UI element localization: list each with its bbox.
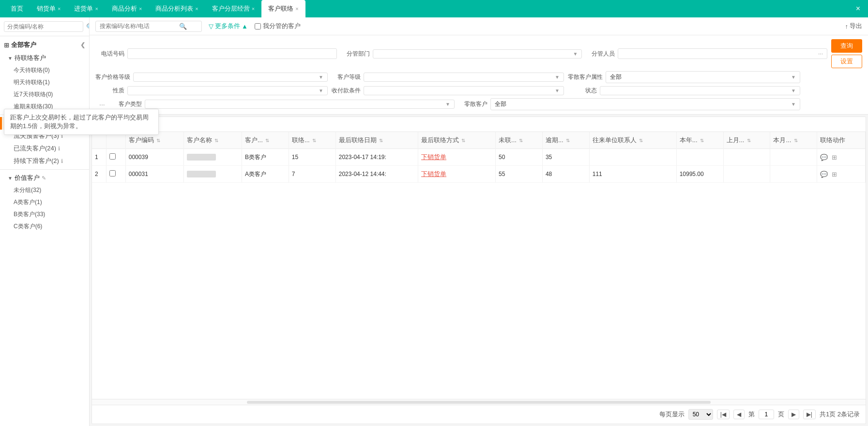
nav-close-customer-seg[interactable]: × [252, 6, 255, 12]
tree-item-a-class[interactable]: A类客户(1) [0, 196, 89, 208]
page-number-input[interactable] [759, 410, 774, 419]
nav-item-customer-seg[interactable]: 客户分层经营 × [205, 0, 261, 17]
nav-item-purchase[interactable]: 进货单 × [67, 0, 105, 17]
filter-select-customer-type[interactable]: ▼ [145, 100, 455, 109]
filter-select-retail-customer[interactable]: 全部 ▼ [490, 98, 800, 110]
col-type[interactable]: 客户... ⇅ [242, 132, 289, 149]
nav-close-analysis[interactable]: × [139, 6, 142, 12]
tree-item-churned[interactable]: 已流失客户(24) ℹ [0, 142, 89, 155]
filter-label-dept: 分管部门 [341, 50, 370, 58]
col-last-contact-method[interactable]: 最后联络方式 ⇅ [418, 132, 496, 149]
edit-icon[interactable]: ✎ [42, 175, 46, 181]
sort-icon-name: ⇅ [214, 138, 218, 143]
nav-item-analysis-list[interactable]: 商品分析列表 × [149, 0, 205, 17]
filter-field-status: 状态 ▼ [568, 86, 800, 95]
col-this-year[interactable]: 本年... ⇅ [676, 132, 723, 149]
row2-method-link[interactable]: 下销货单 [421, 170, 446, 177]
info-icon-3: ℹ [61, 158, 63, 164]
chevron-down-retail-customer: ▼ [791, 102, 796, 107]
row2-chat-icon[interactable]: 💬 [820, 171, 828, 178]
tree-item-declining[interactable]: 持续下滑客户(2) ℹ [0, 155, 89, 167]
row1-this-month [770, 149, 817, 166]
filter-select-status[interactable]: ▼ [600, 86, 800, 95]
tree-item-today[interactable]: 今天待联络(0) [0, 64, 89, 76]
filter-more-btn[interactable]: ▽ 更多条件 ▲ [206, 20, 251, 32]
col-name[interactable]: 客户名称 ⇅ [183, 132, 242, 149]
horizontal-scrollbar[interactable] [92, 399, 866, 405]
col-uncontacted[interactable]: 未联... ⇅ [496, 132, 543, 149]
filter-search-input[interactable] [100, 23, 177, 29]
nav-item-home[interactable]: 首页 [4, 0, 30, 17]
sidebar-search-area: 🔍 [0, 17, 89, 36]
row1-chat-icon[interactable]: 💬 [820, 154, 828, 161]
sort-icon-type: ⇅ [265, 138, 269, 143]
page-prev-btn[interactable]: ◀ [733, 410, 745, 419]
nav-close-customer-contact[interactable]: × [295, 6, 298, 12]
page-next-btn[interactable]: ▶ [788, 410, 799, 419]
row1-more-icon[interactable]: ⊞ [832, 154, 837, 161]
col-company-contact[interactable]: 往来单位联系人 ⇅ [589, 132, 676, 149]
filter-select-dept[interactable]: ▼ [373, 49, 582, 59]
tree-item-c-class[interactable]: C类客户(6) [0, 220, 89, 233]
sidebar-all-customers[interactable]: ⊞ 全部客户 ❮ [0, 38, 89, 52]
row2-last-method[interactable]: 下销货单 [418, 166, 496, 183]
nav-item-sales[interactable]: 销货单 × [30, 0, 67, 17]
row2-more-icon[interactable]: ⊞ [832, 171, 837, 178]
nav-close-analysis-list[interactable]: × [195, 6, 198, 12]
col-this-month[interactable]: 本月... ⇅ [770, 132, 817, 149]
filter-field-person: 分管人员 ··· [586, 48, 827, 59]
row1-overdue: 35 [542, 149, 589, 166]
nav-close-sales[interactable]: × [58, 6, 61, 12]
settings-btn[interactable]: 设置 [831, 55, 862, 68]
col-last-contact-date[interactable]: 最后联络日期 ⇅ [335, 132, 418, 149]
row1-last-method[interactable]: 下销货单 [418, 149, 496, 166]
filter-select-price-level[interactable]: ▼ [133, 73, 328, 82]
filter-input-phone[interactable] [127, 48, 337, 59]
nav-close-purchase[interactable]: × [95, 6, 98, 12]
filter-row-3: 性质 ▼ 收付款条件 ▼ 状态 [95, 86, 862, 95]
tree-item-7days[interactable]: 近7天待联络(0) [0, 88, 89, 101]
sidebar-collapse-btn[interactable]: ❮ [80, 42, 85, 48]
tree-group-value-header[interactable]: ▼ 价值客户 ✎ [0, 172, 89, 184]
page-last-btn[interactable]: ▶| [803, 410, 816, 419]
tree-item-b-class[interactable]: B类客户(33) [0, 208, 89, 220]
nav-item-customer-contact[interactable]: 客户联络 × [261, 0, 305, 17]
sidebar-search-input[interactable] [4, 21, 83, 32]
filter-select-customer-level[interactable]: ▼ [364, 73, 564, 82]
export-icon: ↑ [845, 23, 849, 30]
col-overdue[interactable]: 逾期... ⇅ [542, 132, 589, 149]
filter-ellipsis[interactable]: ··· [95, 101, 109, 108]
filter-select-person[interactable]: ··· [618, 48, 827, 59]
row1-name [183, 149, 242, 166]
row1-method-link[interactable]: 下销货单 [421, 153, 446, 161]
sort-icon-uncontacted: ⇅ [519, 138, 523, 143]
col-contact[interactable]: 联络... ⇅ [289, 132, 335, 149]
tree-item-ungroup[interactable]: 未分组(32) [0, 184, 89, 196]
my-customers-filter[interactable]: 我分管的客户 [255, 22, 301, 30]
filter-select-retail-attr[interactable]: 全部 ▼ [606, 71, 800, 83]
scrollbar-thumb [247, 401, 711, 404]
table-row: 1 000039 B类客户 15 2023-04-17 14:19: 下销货单 [92, 149, 866, 166]
sidebar-search-icon[interactable]: 🔍 [86, 23, 90, 30]
query-btn[interactable]: 查询 [831, 39, 862, 53]
row1-last-month [723, 149, 770, 166]
chevron-down-nature: ▼ [319, 88, 323, 93]
filter-label-retail-customer: 零散客户 [458, 100, 487, 108]
row1-checkbox[interactable] [109, 153, 116, 160]
filter-select-nature[interactable]: ▼ [127, 86, 328, 95]
page-first-btn[interactable]: |◀ [717, 410, 730, 419]
filter-row-4: ··· 客户类型 ▼ 零散客户 全部 ▼ [95, 98, 862, 110]
col-last-month[interactable]: 上月... ⇅ [723, 132, 770, 149]
window-close-btn[interactable]: × [852, 4, 864, 13]
nav-item-analysis[interactable]: 商品分析 × [105, 0, 149, 17]
chevron-down-level: ▼ [555, 74, 560, 80]
my-customers-checkbox[interactable] [255, 23, 261, 29]
tree-group-pending-header[interactable]: ▼ 待联络客户 [0, 52, 89, 64]
export-btn[interactable]: ↑ 导出 [845, 22, 863, 30]
filter-search-icon[interactable]: 🔍 [179, 23, 187, 30]
row2-checkbox[interactable] [109, 170, 116, 176]
sidebar-tree: ⊞ 全部客户 ❮ ▼ 待联络客户 今天待联络(0) 明天待联络(1) 近7天待联… [0, 36, 89, 426]
tree-item-tomorrow[interactable]: 明天待联络(1) [0, 76, 89, 88]
page-size-select[interactable]: 50 20 100 [688, 409, 713, 420]
filter-select-payment[interactable]: ▼ [364, 86, 564, 95]
